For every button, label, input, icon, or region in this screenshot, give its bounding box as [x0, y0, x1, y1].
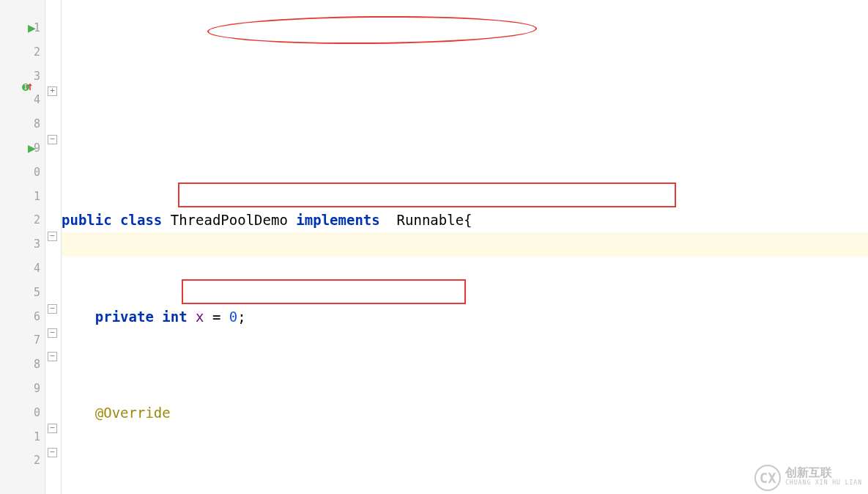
keyword-class: class [112, 212, 171, 228]
line-number: 2 [0, 40, 45, 64]
field-x: x [196, 309, 204, 325]
keyword-private-int: private int [62, 309, 196, 325]
line-number: 3 [0, 64, 45, 89]
line-number: 9 [0, 136, 45, 161]
annotation-ellipse [207, 15, 537, 45]
override-annotation: @Override [62, 405, 171, 421]
code-line[interactable]: @Override [62, 401, 868, 425]
interface-name: Runnable [397, 212, 464, 228]
line-number: 6 [0, 305, 45, 329]
fold-up-icon[interactable]: − [48, 304, 57, 314]
line-number: 1 [0, 185, 45, 209]
keyword-implements: implements [296, 212, 396, 228]
class-name: ThreadPoolDemo [171, 212, 297, 228]
line-number: 0 [0, 401, 45, 425]
code-line[interactable]: public class ThreadPoolDemo implements R… [62, 208, 868, 232]
fold-up-icon[interactable]: − [48, 328, 57, 338]
code-editor[interactable]: ▶ ▶ I 1 2 3 4 8 9 0 1 2 3 4 5 6 7 8 9 0 … [0, 0, 868, 494]
literal-zero: 0 [229, 309, 237, 325]
fold-collapse-icon[interactable]: − [48, 135, 57, 144]
line-number: 8 [0, 112, 45, 136]
line-number: 4 [0, 257, 45, 281]
line-number: 3 [0, 232, 45, 257]
fold-up-icon[interactable]: − [48, 424, 57, 433]
fold-column: + − − − − − − − [45, 0, 62, 494]
watermark: CX 创新互联 CHUANG XIN HU LIAN [754, 465, 862, 491]
line-number: 7 [0, 328, 45, 353]
line-number: 2 [0, 449, 45, 473]
watermark-text: 创新互联 CHUANG XIN HU LIAN [785, 468, 862, 488]
line-number: 8 [0, 353, 45, 377]
current-line-highlight [62, 232, 868, 257]
semicolon: ; [237, 309, 245, 325]
fold-up-icon[interactable]: − [48, 448, 57, 457]
line-number: 1 [0, 16, 45, 40]
line-number: 1 [0, 425, 45, 449]
code-text-area[interactable]: public class ThreadPoolDemo implements R… [62, 0, 868, 494]
fold-up-icon[interactable]: − [48, 352, 57, 361]
line-number: 4 [0, 88, 45, 112]
line-number: 9 [0, 377, 45, 401]
line-number-gutter: ▶ ▶ I 1 2 3 4 8 9 0 1 2 3 4 5 6 7 8 9 0 … [0, 0, 45, 494]
watermark-badge: CX [754, 465, 781, 491]
brace: { [464, 212, 472, 228]
fold-expand-icon[interactable]: + [48, 86, 57, 96]
annotation-box-1 [178, 183, 676, 207]
annotation-box-2 [182, 279, 466, 304]
line-number: 5 [0, 281, 45, 305]
keyword-public: public [62, 212, 112, 228]
equals: = [204, 309, 229, 325]
line-number: 2 [0, 208, 45, 232]
code-line[interactable]: private int x = 0; [62, 305, 868, 329]
line-number: 0 [0, 161, 45, 185]
fold-collapse-icon[interactable]: − [48, 232, 57, 241]
